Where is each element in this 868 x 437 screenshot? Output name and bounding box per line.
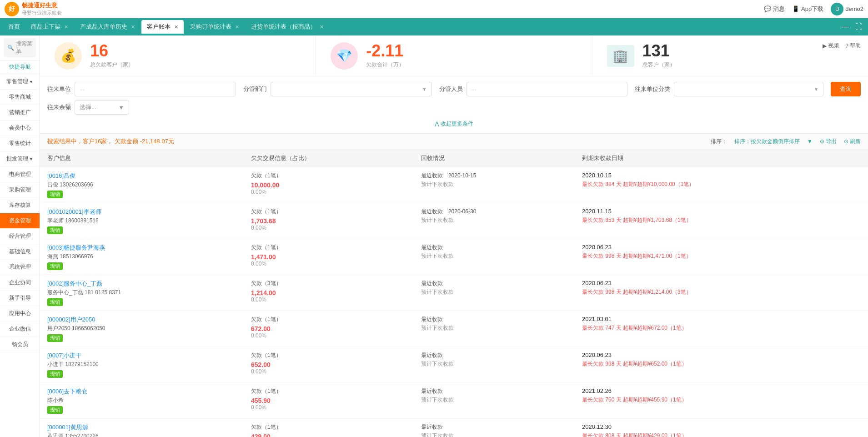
refresh-btn[interactable]: ⊙ 刷新	[844, 138, 861, 146]
sidebar-item-inventory[interactable]: 库存核算	[0, 198, 40, 213]
table-head: 客户信息 欠欠交易信息（占比） 回收情况 到期未收款日期	[40, 150, 868, 167]
overdue-amount-6[interactable]: 最长欠款 750 天 超期¥超期¥455.90（1笔）	[582, 396, 861, 404]
overdue-amount-7[interactable]: 最长欠款 808 天 超期¥超期¥429.00（1笔）	[582, 432, 861, 437]
collection-latest-3: 最近收款	[421, 280, 567, 287]
person-input[interactable]: ···	[467, 82, 628, 96]
owe-total-label: 欠款合计（万）	[366, 61, 404, 69]
collapse-btn[interactable]: ⋀ 收起更多条件	[47, 118, 861, 130]
sidebar-item-system[interactable]: 系统管理	[0, 260, 40, 275]
overdue-amount-1[interactable]: 最长欠款 853 天 超期¥超期¥1,703.68（1笔）	[582, 216, 861, 224]
search-result-info: 搜索结果中，客户16家， 欠款金额 -21,148.07元	[47, 137, 174, 146]
owe-percent-0: 0.00%	[251, 189, 406, 195]
tab-close-icon[interactable]: ✕	[174, 24, 178, 30]
overdue-amount-2[interactable]: 最长欠款 998 天 超期¥超期¥1,471.00（1笔）	[582, 252, 861, 260]
customer-name-1[interactable]: [0001020001]李老师	[47, 208, 236, 216]
sidebar-item-retail-management[interactable]: 零售管理 ▼	[0, 74, 40, 90]
tab-customer-account[interactable]: 客户账本 ✕	[141, 20, 184, 34]
video-btn[interactable]: ▶ 视频	[823, 42, 839, 50]
tab-close-icon[interactable]: ✕	[320, 24, 324, 30]
sidebar-item-finance[interactable]: 资金管理	[0, 213, 40, 229]
overdue-amount-0[interactable]: 最长欠款 884 天 超期¥超期¥10,000.00（1笔）	[582, 181, 861, 188]
source-unit-input[interactable]: ···	[75, 82, 236, 96]
customer-name-5[interactable]: [0007]小迸干	[47, 352, 236, 360]
table-row: [000002]用户2050 用户2050 18665062050 现销 欠款（…	[40, 311, 868, 347]
sidebar-item-batch-management[interactable]: 批发管理 ▼	[0, 151, 40, 167]
sidebar-item-app-center[interactable]: 应用中心	[0, 306, 40, 321]
user-menu[interactable]: D demo2	[831, 3, 863, 15]
customer-phone-2: 海燕 18513066976	[47, 253, 236, 261]
customer-name-2[interactable]: [0003]畅捷服务尹海燕	[47, 244, 236, 252]
owe-amount-2[interactable]: 1,471.00	[251, 253, 406, 261]
owe-amount-1[interactable]: 1,703.68	[251, 217, 406, 225]
customer-name-0[interactable]: [0016]吕俊	[47, 172, 236, 180]
stat-card-owe-total: 💎 -2.11 欠款合计（万）	[316, 35, 592, 76]
sidebar-item-member[interactable]: 会员中心	[0, 121, 40, 136]
stat-info-1: 16 总欠款客户（家）	[90, 43, 134, 69]
person-label: 分管人员	[439, 85, 463, 93]
cell-customer-3: [0002]服务中心_丁磊 服务中心_丁磊 181 0125 8371 现销	[40, 275, 244, 311]
cell-customer-0: [0016]吕俊 吕俊 13026203696 现销	[40, 167, 244, 203]
customer-tag-4: 现销	[47, 334, 63, 342]
search-label: 搜索菜单	[16, 40, 32, 55]
cell-due-2: 2020.06.23 最长欠款 998 天 超期¥超期¥1,471.00（1笔）	[575, 239, 868, 275]
owe-amount-7[interactable]: 429.00	[251, 433, 406, 437]
help-btn[interactable]: ? 帮助	[845, 42, 861, 50]
cell-collection-7: 最近收款 预计下次收款	[414, 419, 575, 437]
customer-phone-1: 李老师 18600391516	[47, 217, 236, 225]
query-button[interactable]: 查询	[831, 82, 861, 96]
help-icon: ?	[845, 43, 848, 49]
overdue-amount-4[interactable]: 最长欠款 747 天 超期¥超期¥672.00（1笔）	[582, 324, 861, 332]
cell-owe-2: 欠款（1笔） 1,471.00 0.00%	[244, 239, 414, 275]
owe-amount-0[interactable]: 10,000.00	[251, 181, 406, 189]
cell-owe-3: 欠款（3笔） 1,214.00 0.00%	[244, 275, 414, 311]
tab-maximize-btn[interactable]: ⛶	[853, 23, 864, 31]
col-collection: 回收情况	[414, 150, 575, 167]
sort-arrow-icon[interactable]: ▼	[807, 138, 813, 145]
tab-purchase-stats[interactable]: 进货单统计表（按商品） ✕	[246, 20, 329, 34]
owe-amount-3[interactable]: 1,214.00	[251, 289, 406, 296]
cell-due-4: 2021.03.01 最长欠款 747 天 超期¥超期¥672.00（1笔）	[575, 311, 868, 347]
sidebar-item-ecommerce[interactable]: 电商管理	[0, 167, 40, 182]
tab-close-icon[interactable]: ✕	[131, 24, 135, 30]
message-btn[interactable]: 💬 消息	[764, 5, 785, 13]
sidebar-item-enterprise[interactable]: 企业协同	[0, 275, 40, 291]
tab-minimize-btn[interactable]: —	[840, 23, 851, 31]
sort-select[interactable]: 排序：按欠款金额倒序排序	[734, 138, 800, 146]
stat-info-3: 131 总客户（家）	[642, 43, 675, 69]
sidebar-item-basic-info[interactable]: 基础信息	[0, 244, 40, 260]
category-input[interactable]: ▼	[674, 82, 823, 96]
sidebar-item-retail-mall[interactable]: 零售商城	[0, 90, 40, 105]
customer-name-4[interactable]: [000002]用户2050	[47, 316, 236, 324]
tab-label: 客户账本	[147, 23, 171, 31]
mobile-icon: 📱	[792, 5, 799, 12]
app-download-btn[interactable]: 📱 App下载	[792, 5, 823, 13]
balance-select[interactable]: 选择... ▼	[75, 100, 129, 115]
tab-close-icon[interactable]: ✕	[235, 24, 239, 30]
owe-amount-5[interactable]: 652.00	[251, 361, 406, 368]
owe-amount-6[interactable]: 455.90	[251, 397, 406, 404]
sidebar-item-retail-stats[interactable]: 零售统计	[0, 136, 40, 151]
category-arrow-icon: ▼	[814, 87, 818, 92]
sidebar-item-vip[interactable]: 畅会员	[0, 337, 40, 352]
overdue-amount-3[interactable]: 最长欠款 998 天 超期¥超期¥1,214.00（3笔）	[582, 288, 861, 296]
customer-name-7[interactable]: [000001]黄思源	[47, 423, 236, 432]
sidebar-item-enterprise-wechat[interactable]: 企业微信	[0, 321, 40, 337]
tab-home[interactable]: 首页	[4, 20, 25, 34]
customer-name-3[interactable]: [0002]服务中心_丁磊	[47, 280, 236, 288]
sidebar-item-purchase[interactable]: 采购管理	[0, 182, 40, 198]
tab-goods-offline[interactable]: 商品上下架 ✕	[25, 20, 74, 34]
owe-amount-4[interactable]: 672.00	[251, 325, 406, 332]
tab-purchase-order[interactable]: 采购订单统计表 ✕	[185, 20, 245, 34]
overdue-amount-5[interactable]: 最长欠款 998 天 超期¥超期¥652.00（1笔）	[582, 360, 861, 368]
sidebar-item-guide[interactable]: 新手引导	[0, 291, 40, 306]
customer-name-6[interactable]: [0006]去下粮仓	[47, 387, 236, 396]
search-menu-input[interactable]: 🔍 搜索菜单	[4, 38, 36, 57]
sidebar-item-marketing[interactable]: 营销推广	[0, 105, 40, 121]
tab-bar: 首页 商品上下架 ✕ 产成品入库单历史 ✕ 客户账本 ✕ 采购订单统计表 ✕ 进…	[0, 18, 868, 35]
tab-close-icon[interactable]: ✕	[64, 24, 68, 30]
dept-input[interactable]: ▼	[271, 82, 432, 96]
tab-product-history[interactable]: 产成品入库单历史 ✕	[75, 20, 140, 34]
sidebar-item-operations[interactable]: 经营管理	[0, 229, 40, 244]
quick-nav[interactable]: 快捷导航	[0, 60, 40, 74]
export-btn[interactable]: ⊙ 导出	[820, 138, 837, 146]
